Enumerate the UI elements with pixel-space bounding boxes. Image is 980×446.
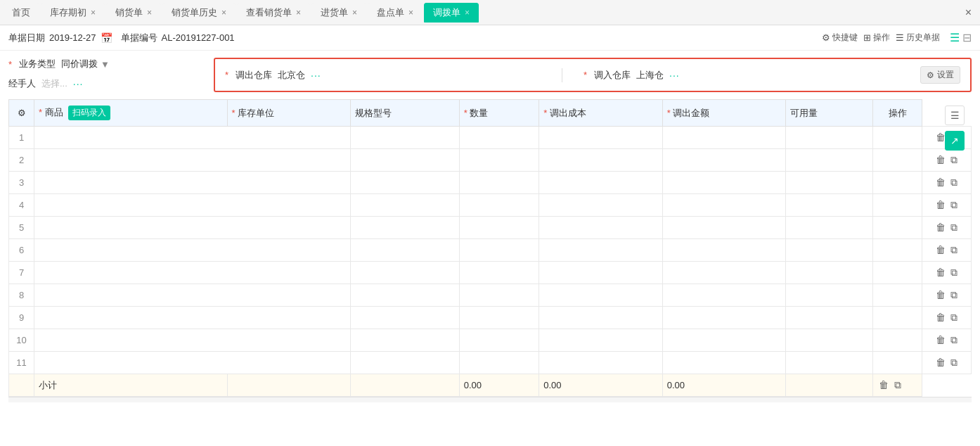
row-cost-cell[interactable] — [662, 217, 785, 239]
tab-sales-history[interactable]: 销货单历史 × — [162, 3, 236, 23]
horizontal-scrollbar[interactable] — [8, 397, 972, 402]
row-qty-cell[interactable] — [539, 149, 662, 172]
tab-transfer-order[interactable]: 调拨单 × — [424, 3, 479, 23]
row-copy-icon[interactable]: ⧉ — [950, 357, 958, 368]
row-amount-cell[interactable] — [786, 239, 873, 262]
row-spec-cell[interactable] — [459, 149, 539, 172]
row-amount-cell[interactable] — [786, 262, 873, 284]
tab-purchase-order-close[interactable]: × — [352, 8, 357, 17]
row-goods-cell[interactable] — [34, 352, 351, 374]
row-goods-cell[interactable] — [34, 194, 351, 217]
row-goods-cell[interactable] — [34, 239, 351, 262]
row-copy-icon[interactable]: ⧉ — [950, 267, 958, 278]
tab-inventory-count-close[interactable]: × — [408, 8, 413, 17]
tab-sales-order-close[interactable]: × — [147, 8, 152, 17]
row-goods-cell[interactable] — [34, 262, 351, 284]
row-goods-cell[interactable] — [34, 284, 351, 307]
close-all-tabs-button[interactable]: × — [960, 6, 977, 19]
row-spec-cell[interactable] — [459, 284, 539, 307]
row-amount-cell[interactable] — [786, 329, 873, 352]
row-amount-cell[interactable] — [786, 127, 873, 149]
row-cost-cell[interactable] — [662, 262, 785, 284]
row-cost-cell[interactable] — [662, 172, 785, 194]
row-cost-cell[interactable] — [662, 149, 785, 172]
row-amount-cell[interactable] — [786, 352, 873, 374]
row-goods-cell[interactable] — [34, 149, 351, 172]
row-unit-cell[interactable] — [350, 329, 459, 352]
row-amount-cell[interactable] — [786, 149, 873, 172]
row-amount-cell[interactable] — [786, 172, 873, 194]
tab-sales-order[interactable]: 销货单 × — [106, 3, 161, 23]
float-list-icon[interactable]: ☰ — [945, 106, 965, 125]
tab-purchase-order[interactable]: 进货单 × — [311, 3, 366, 23]
row-goods-cell[interactable] — [34, 217, 351, 239]
subtotal-copy-icon[interactable]: ⧉ — [894, 379, 901, 390]
row-copy-icon[interactable]: ⧉ — [950, 334, 958, 345]
row-spec-cell[interactable] — [459, 352, 539, 374]
tab-inventory-count[interactable]: 盘点单 × — [368, 3, 423, 23]
row-qty-cell[interactable] — [539, 262, 662, 284]
row-spec-cell[interactable] — [459, 194, 539, 217]
row-amount-cell[interactable] — [786, 307, 873, 329]
row-qty-cell[interactable] — [539, 172, 662, 194]
row-spec-cell[interactable] — [459, 329, 539, 352]
row-delete-icon[interactable]: 🗑 — [936, 222, 946, 233]
row-unit-cell[interactable] — [350, 149, 459, 172]
operations-button[interactable]: ⊞ 操作 — [863, 32, 890, 44]
row-qty-cell[interactable] — [539, 284, 662, 307]
row-goods-cell[interactable] — [34, 127, 351, 149]
row-qty-cell[interactable] — [539, 127, 662, 149]
row-cost-cell[interactable] — [662, 239, 785, 262]
row-goods-cell[interactable] — [34, 172, 351, 194]
row-goods-cell[interactable] — [34, 329, 351, 352]
row-cost-cell[interactable] — [662, 329, 785, 352]
row-cost-cell[interactable] — [662, 284, 785, 307]
row-delete-icon[interactable]: 🗑 — [936, 334, 946, 345]
row-amount-cell[interactable] — [786, 217, 873, 239]
row-qty-cell[interactable] — [539, 239, 662, 262]
row-copy-icon[interactable]: ⧉ — [950, 244, 958, 255]
transfer-in-more-icon[interactable]: ··· — [669, 70, 680, 81]
row-spec-cell[interactable] — [459, 127, 539, 149]
row-delete-icon[interactable]: 🗑 — [936, 154, 946, 165]
row-unit-cell[interactable] — [350, 194, 459, 217]
row-unit-cell[interactable] — [350, 284, 459, 307]
row-unit-cell[interactable] — [350, 172, 459, 194]
scan-input-button[interactable]: 扫码录入 — [68, 106, 110, 120]
row-cost-cell[interactable] — [662, 352, 785, 374]
row-unit-cell[interactable] — [350, 352, 459, 374]
transfer-out-more-icon[interactable]: ··· — [311, 70, 321, 81]
row-spec-cell[interactable] — [459, 172, 539, 194]
row-spec-cell[interactable] — [459, 239, 539, 262]
row-spec-cell[interactable] — [459, 262, 539, 284]
row-delete-icon[interactable]: 🗑 — [936, 132, 946, 143]
row-copy-icon[interactable]: ⧉ — [950, 289, 958, 300]
calendar-icon[interactable]: 📅 — [101, 32, 112, 44]
row-unit-cell[interactable] — [350, 239, 459, 262]
row-cost-cell[interactable] — [662, 194, 785, 217]
row-delete-icon[interactable]: 🗑 — [936, 312, 946, 323]
row-delete-icon[interactable]: 🗑 — [936, 357, 946, 368]
row-copy-icon[interactable]: ⧉ — [950, 177, 958, 188]
person-field[interactable]: 选择... — [41, 77, 67, 90]
float-expand-icon[interactable]: ↗ — [945, 131, 965, 151]
layout-list-icon[interactable]: ☰ — [950, 31, 960, 44]
row-unit-cell[interactable] — [350, 127, 459, 149]
tab-view-sales[interactable]: 查看销货单 × — [237, 3, 310, 23]
tab-inventory-init[interactable]: 库存期初 × — [41, 3, 105, 23]
tab-home[interactable]: 首页 — [3, 3, 39, 23]
row-copy-icon[interactable]: ⧉ — [950, 222, 958, 233]
col-header-gear[interactable]: ⚙ — [9, 100, 34, 127]
tab-view-sales-close[interactable]: × — [296, 8, 301, 17]
row-spec-cell[interactable] — [459, 307, 539, 329]
row-copy-icon[interactable]: ⧉ — [950, 199, 958, 210]
row-unit-cell[interactable] — [350, 262, 459, 284]
business-type-select[interactable]: 同价调拨 ▼ — [61, 58, 110, 70]
row-unit-cell[interactable] — [350, 217, 459, 239]
row-amount-cell[interactable] — [786, 284, 873, 307]
subtotal-delete-icon[interactable]: 🗑 — [879, 379, 889, 390]
row-qty-cell[interactable] — [539, 217, 662, 239]
row-delete-icon[interactable]: 🗑 — [936, 199, 946, 210]
row-unit-cell[interactable] — [350, 307, 459, 329]
settings-button[interactable]: ⚙ 设置 — [920, 66, 960, 84]
